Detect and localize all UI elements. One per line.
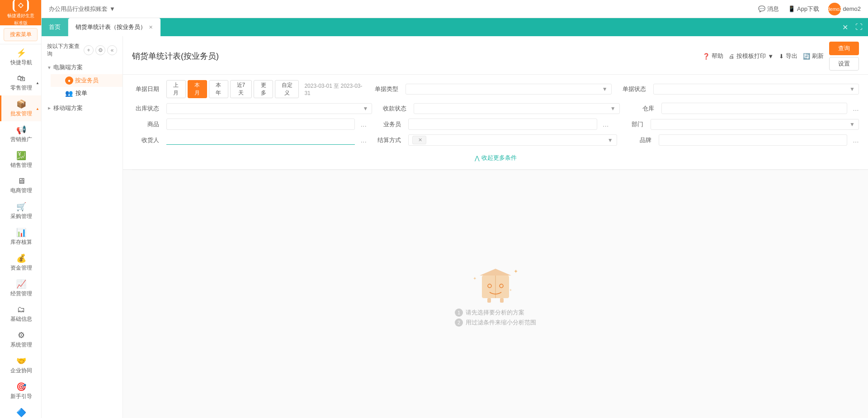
scheme-by-salesperson[interactable]: ● 按业务员 bbox=[51, 74, 123, 87]
out-status-select[interactable]: ▼ bbox=[166, 103, 372, 114]
filter-row-3: 商品 … 业务员 … 部门 ▼ bbox=[132, 119, 859, 130]
topbar-right: 💬 消息 📱 App下载 demo2 demo2 bbox=[758, 3, 861, 15]
doc-status-select[interactable]: ▼ bbox=[653, 84, 859, 95]
ecommerce-icon: 🖥 bbox=[3, 176, 39, 186]
purchase-icon: 🛒 bbox=[3, 202, 39, 212]
sidebar-item-marketing[interactable]: 📢 营销推广 bbox=[0, 121, 41, 147]
date-control: 上月 本月 本年 近7天 更多 自定义 2023-03-01 至 2023-03… bbox=[166, 80, 364, 98]
consignee-input[interactable] bbox=[166, 136, 355, 145]
sidebar-item-sales[interactable]: 💹 销售管理 bbox=[0, 147, 41, 173]
sidebar-item-ecommerce[interactable]: 🖥 电商管理 bbox=[0, 173, 41, 198]
finance-icon: 💰 bbox=[3, 253, 39, 263]
tab-expand-button[interactable]: ⛶ bbox=[854, 21, 864, 33]
date-btn-thismonth[interactable]: 本月 bbox=[188, 80, 207, 98]
print-dropdown-icon: ▼ bbox=[768, 53, 774, 60]
brand-input[interactable] bbox=[659, 134, 847, 146]
help-button[interactable]: ❓ 帮助 bbox=[703, 52, 723, 60]
brand-dots[interactable]: … bbox=[853, 137, 859, 144]
date-btn-custom[interactable]: 自定义 bbox=[275, 80, 299, 98]
payment-status-select[interactable]: ▼ bbox=[414, 103, 619, 114]
tab-close-icon[interactable]: ✕ bbox=[149, 24, 153, 30]
tree-section-mobile[interactable]: ▼ 移动端方案 bbox=[42, 101, 123, 115]
account-selector[interactable]: 办公用品行业模拟账套 ▼ bbox=[49, 5, 115, 13]
collapse-filters-button[interactable]: ⋀ 收起更多条件 bbox=[132, 150, 859, 164]
refresh-button[interactable]: 🔄 刷新 bbox=[803, 52, 824, 60]
warehouse-dots[interactable]: … bbox=[853, 105, 859, 112]
settings-button[interactable]: 设置 bbox=[829, 57, 859, 71]
salesperson-input[interactable] bbox=[408, 119, 597, 130]
warehouse-label: 仓库 bbox=[627, 104, 654, 113]
goods-control: … bbox=[166, 119, 367, 130]
tab-close-all-button[interactable]: ✕ bbox=[840, 21, 850, 33]
tab-sales-stat[interactable]: 销货单统计表（按业务员） ✕ bbox=[68, 18, 160, 36]
filter-area: 单据日期 上月 本月 本年 近7天 更多 自定义 2023-03-01 至 20… bbox=[123, 75, 868, 170]
query-button[interactable]: 查询 bbox=[829, 42, 859, 55]
goods-dots[interactable]: … bbox=[360, 121, 367, 128]
help-icon: ❓ bbox=[703, 53, 710, 60]
active-scheme-icon: ● bbox=[65, 76, 73, 85]
tab-home-label: 首页 bbox=[49, 23, 61, 31]
sidebar-item-wholesale[interactable]: 📦 批发管理 bbox=[0, 95, 41, 121]
sidebar-item-quicknav[interactable]: ⚡ 快捷导航 bbox=[0, 44, 41, 70]
sidebar-item-basic[interactable]: 🗂 基础信息 bbox=[0, 301, 41, 327]
consignee-dots[interactable]: … bbox=[360, 137, 367, 144]
left-panel-header: 按以下方案查询 + ⚙ « bbox=[42, 40, 123, 61]
appcenter-icon: 🔷 bbox=[3, 408, 39, 418]
marketing-icon: 📢 bbox=[3, 125, 39, 135]
quicknav-icon: ⚡ bbox=[3, 48, 39, 58]
settlement-tag: ✕ bbox=[412, 136, 426, 144]
date-btn-thisyear[interactable]: 本年 bbox=[209, 80, 228, 98]
tip-text-1: 请先选择要分析的方案 bbox=[466, 309, 524, 317]
department-select[interactable]: ▼ bbox=[651, 119, 859, 130]
date-buttons: 上月 本月 本年 近7天 更多 自定义 bbox=[166, 80, 299, 98]
enterprise-icon: 🤝 bbox=[3, 356, 39, 366]
sidebar-item-inventory[interactable]: 📊 库存核算 bbox=[0, 224, 41, 250]
sidebar-item-operations[interactable]: 📈 经营管理 bbox=[0, 276, 41, 301]
sidebar-item-system[interactable]: ⚙ 系统管理 bbox=[0, 327, 41, 352]
settings-scheme-button[interactable]: ⚙ bbox=[95, 45, 105, 55]
salesperson-dots[interactable]: … bbox=[603, 121, 609, 128]
sidebar-item-enterprise[interactable]: 🤝 企业协同 bbox=[0, 352, 41, 378]
empty-illustration: ✦ ✦ ✦ bbox=[468, 260, 523, 305]
brand-control: … bbox=[659, 134, 859, 146]
consignee-control: … bbox=[166, 136, 367, 145]
data-area: ✦ ✦ ✦ 1 请先选择要分析的方案 bbox=[123, 170, 868, 418]
svg-rect-9 bbox=[487, 298, 491, 303]
collapse-panel-button[interactable]: « bbox=[107, 45, 117, 55]
scheme-by-order[interactable]: 👥 按单 bbox=[51, 87, 123, 100]
salesperson-control: … bbox=[408, 119, 609, 130]
warehouse-control: … bbox=[661, 103, 859, 114]
message-button[interactable]: 💬 消息 bbox=[758, 5, 779, 13]
add-scheme-button[interactable]: + bbox=[84, 45, 94, 55]
tab-home[interactable]: 首页 bbox=[42, 18, 68, 36]
left-panel-actions: + ⚙ « bbox=[84, 45, 117, 55]
user-menu[interactable]: demo2 demo2 bbox=[828, 3, 861, 15]
date-btn-7days[interactable]: 近7天 bbox=[230, 80, 252, 98]
avatar: demo2 bbox=[828, 3, 841, 15]
sidebar-item-purchase[interactable]: 🛒 采购管理 bbox=[0, 198, 41, 224]
app-download-button[interactable]: 📱 App下载 bbox=[788, 5, 819, 13]
basic-icon: 🗂 bbox=[3, 305, 39, 314]
section-arrow-mobile: ▼ bbox=[47, 106, 52, 110]
dropdown-icon: ▼ bbox=[109, 5, 115, 12]
date-btn-more[interactable]: 更多 bbox=[254, 80, 273, 98]
date-btn-lastmonth[interactable]: 上月 bbox=[166, 80, 186, 98]
export-button[interactable]: ⬇ 导出 bbox=[779, 52, 797, 60]
tabbar-actions: ✕ ⛶ bbox=[840, 21, 868, 33]
print-button[interactable]: 🖨 按模板打印 ▼ bbox=[729, 52, 774, 60]
doc-type-label: 单据类型 bbox=[371, 85, 398, 93]
sidebar-item-finance[interactable]: 💰 资金管理 bbox=[0, 250, 41, 276]
settlement-tag-close[interactable]: ✕ bbox=[418, 137, 422, 143]
page-header: 销货单统计表(按业务员) ❓ 帮助 🖨 按模板打印 ▼ ⬇ 导出 bbox=[123, 36, 868, 75]
sales-icon: 💹 bbox=[3, 151, 39, 161]
goods-input[interactable] bbox=[166, 119, 355, 130]
search-menu-button[interactable]: 搜索菜单 bbox=[4, 28, 38, 41]
print-icon: 🖨 bbox=[729, 53, 735, 60]
warehouse-input[interactable] bbox=[661, 103, 847, 114]
sidebar-item-retail[interactable]: 🛍 零售管理 bbox=[0, 70, 41, 95]
wholesale-icon: 📦 bbox=[3, 99, 39, 109]
right-panel: 销货单统计表(按业务员) ❓ 帮助 🖨 按模板打印 ▼ ⬇ 导出 bbox=[123, 36, 868, 418]
doc-type-select[interactable]: ▼ bbox=[406, 84, 611, 95]
sidebar-item-newbie[interactable]: 🎯 新手引导 bbox=[0, 378, 41, 404]
sidebar-item-appcenter[interactable]: 🔷 应用中心 bbox=[0, 404, 41, 418]
